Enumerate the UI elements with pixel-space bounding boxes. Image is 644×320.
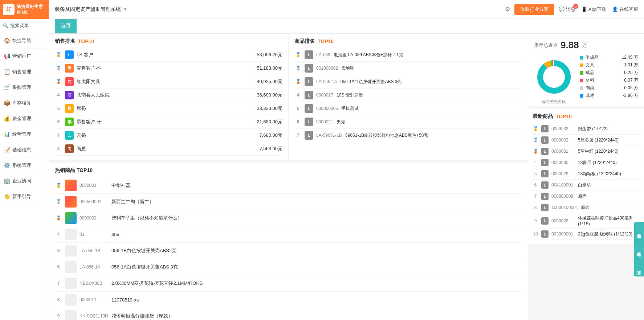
finance-icon: 💰 [4, 115, 10, 122]
inventory-card: 库存总资金 9.88 万 [528, 34, 644, 106]
new-product-item: 🥉 L 0000031 5厘中纤 (1220*2440) [533, 146, 640, 157]
trial-button[interactable]: 体验行业方案 [514, 4, 554, 15]
hot-product-item: 🥉 0000002 智利车子里（规格不知道填什么） [55, 210, 522, 226]
product-rank-item: 6 L 0000021 夹壳 [294, 115, 522, 129]
system-name-label: 装备及固定资产辅助管理系统 ▼ [55, 6, 501, 13]
product-thumbnail [65, 245, 77, 257]
product-thumbnail [65, 310, 77, 320]
home-icon: 🏠 [4, 37, 10, 44]
logo-icon: 好 [3, 4, 15, 15]
sidebar-item-guide[interactable]: 👋 新手引导 [0, 189, 49, 205]
float-customer-service[interactable]: 客服热线 [634, 222, 644, 240]
legend-item: 其他 -3.86 万 [580, 93, 638, 99]
product-thumbnail [65, 180, 77, 191]
sidebar-item-system[interactable]: ⚙️ 系统管理 [0, 158, 49, 173]
product-rank-item: 🥇 L LA-089 电池盖 LA-089 ABS本色+黑种 7.1克 [294, 48, 522, 62]
sales-ranking-title: 销售排名 TOP10 [55, 38, 282, 45]
hot-products-card: 热销商品 TOP10 🥇 0000001 中华神器 🥈 000500001 新西… [49, 163, 528, 320]
basic-icon: 📝 [4, 147, 10, 153]
legend-item: 材料 0.07 万 [580, 77, 638, 83]
app-download-button[interactable]: 📱 App下载 [581, 6, 606, 13]
app-name: 畅捷通好生意 [17, 4, 43, 10]
service-icon: 👤 [612, 7, 618, 12]
product-rank-item: 🥈 L 001000002 雪地靴 [294, 62, 522, 75]
float-live[interactable]: 直播 [634, 258, 644, 276]
new-product-item: 7 L 000800008 原壶 [533, 191, 640, 202]
donut-chart-section: 库存资金占比 半成品 12.45 万 文具 1.01 万 [534, 54, 638, 100]
new-product-item: 4 L 0000030 18多层 (1220*2440) [533, 157, 640, 168]
sidebar-item-basic[interactable]: 📝 基础信息 [0, 142, 49, 158]
message-button[interactable]: 💬 消息 6 [559, 6, 575, 13]
rank-item: 7 云 云扬 7,680.00元 [55, 129, 282, 142]
sidebar-item-operations[interactable]: 📊 经营管理 [0, 127, 49, 142]
new-product-item: 10 L 003800001 22g鱼豆腐-烧烤味 (1*12*20) [533, 229, 640, 240]
sidebar-item-purchase[interactable]: 🛒 采购管理 [0, 80, 49, 95]
inventory-legend: 半成品 12.45 万 文具 1.01 万 成品 0.25 万 [580, 54, 638, 100]
sidebar-item-inventory[interactable]: 📦 库存核算 [0, 95, 49, 111]
donut-chart: 库存资金占比 [534, 57, 574, 98]
main-area: 装备及固定资产辅助管理系统 ▼ ⚙ 体验行业方案 💬 消息 6 📱 App下载 … [49, 0, 644, 320]
settings-icon[interactable]: ⚙ [505, 6, 510, 13]
new-product-item: 5 L 0000029 18颗粒板 (1220*2440) [533, 168, 640, 180]
sales-ranking-card: 销售排名 TOP10 🥇 L LS 客户 53,006.26元 🥈 零 零售客户… [49, 34, 289, 160]
message-badge: 6 [573, 4, 578, 9]
new-product-item: 9 L 0000028 体械荔枝味苏打饮品400毫升 (1*15) [533, 213, 640, 229]
search-icon: 🔍 [3, 23, 9, 29]
legend-item: 肉类 -0.05 万 [580, 85, 638, 91]
hot-product-item: 6 LA-056-1A 056-1A白色按键开关盖ABS 3克 [55, 259, 522, 275]
operations-icon: 📊 [4, 131, 10, 138]
product-rank-item: 4 L 0000017 10S 变刹罗煲 [294, 89, 522, 102]
sidebar-item-finance[interactable]: 💰 资金管理 [0, 111, 49, 127]
sidebar-item-sales[interactable]: 📋 销售管理 [0, 64, 49, 80]
online-service-button[interactable]: 👤 在线客服 [612, 6, 638, 13]
guide-icon: 👋 [4, 193, 10, 200]
product-thumbnail [65, 196, 77, 208]
product-thumbnail [65, 294, 77, 305]
content-area: 销售排名 TOP10 🥇 L LS 客户 53,006.26元 🥈 零 零售客户… [49, 34, 644, 320]
new-products-card: 最新商品 TOP10 🥇 L 0000033 封边带 (1.0*22) 🥈 L … [528, 109, 644, 244]
svg-point-1 [540, 63, 568, 91]
hot-product-item: 8 0000011 12070519-xs [55, 292, 522, 308]
chevron-down-icon: ▼ [123, 7, 127, 12]
product-ranking-title: 商品排名 TOP10 [294, 38, 522, 45]
system-icon: ⚙️ [4, 162, 10, 169]
tab-home[interactable]: 首页 [55, 19, 77, 33]
search-menu[interactable]: 🔍 搜索菜单 [0, 19, 49, 33]
sidebar: 好 畅捷通好生意 标准版 🔍 搜索菜单 🏠 快捷导航 📢 营销推广 📋 销售管理… [0, 0, 49, 320]
app-version: 标准版 [17, 10, 43, 15]
product-ranking-card: 商品排名 TOP10 🥇 L LA-089 电池盖 LA-089 ABS本色+黑… [289, 34, 528, 160]
right-panel: 库存总资金 9.88 万 [528, 34, 644, 320]
rank-item: 8 尚 尚总 7,563.00元 [55, 142, 282, 156]
purchase-icon: 🛒 [4, 84, 10, 91]
sidebar-item-quick-nav[interactable]: 🏠 快捷导航 [0, 33, 49, 49]
legend-item: 文具 1.01 万 [580, 62, 638, 68]
hot-product-item: 🥇 0000001 中华神器 [55, 177, 522, 194]
topbar-right: 💬 消息 6 📱 App下载 👤 在线客服 [559, 6, 638, 13]
rank-item: 5 星 星扬 33,333.00元 [55, 102, 282, 115]
float-community[interactable]: 服务社区 [634, 240, 644, 258]
rank-item: 🥇 L LS 客户 53,006.26元 [55, 48, 282, 62]
sales-icon: 📋 [4, 69, 10, 75]
enterprise-icon: 🏢 [4, 178, 10, 184]
new-products-title: 最新商品 TOP10 [533, 113, 640, 120]
chart-label: 库存资金占比 [542, 99, 566, 104]
hot-product-item: 7 NB2.0X30B 2.0X30MM双搓花轴,搓花直径2.1MM/ROHS [55, 275, 522, 292]
hot-product-item: 🥈 000500001 新西兰牛肉（新牛） [55, 194, 522, 210]
inventory-icon: 📦 [4, 100, 10, 106]
middle-section: 销售排名 TOP10 🥇 L LS 客户 53,006.26元 🥈 零 零售客户… [49, 34, 528, 320]
sidebar-item-enterprise[interactable]: 🏢 企业协同 [0, 173, 49, 189]
marketing-icon: 📢 [4, 53, 10, 60]
rank-item: 🥉 红 红太阳文具 40,925.00元 [55, 75, 282, 89]
product-thumbnail [65, 229, 77, 240]
product-rank-item: 5 L 000800005 手机测试 [294, 102, 522, 115]
sidebar-item-marketing[interactable]: 📢 营销推广 [0, 49, 49, 64]
product-rank-item: 7 L LA-59651-1B 59651-1B旋转投影灯电池盒ABS黑色+58… [294, 129, 522, 142]
product-thumbnail [65, 278, 77, 289]
rank-item: 6 零 零售客户-于 21,680.00元 [55, 115, 282, 129]
sub-nav: 首页 [49, 19, 644, 34]
product-rank-item: 🥉 L LA-056-1A 056-1A白色按键开关盖ABS 3壳 [294, 75, 522, 89]
legend-item: 半成品 12.45 万 [580, 54, 638, 61]
message-icon: 💬 [559, 7, 564, 12]
sidebar-logo: 好 畅捷通好生意 标准版 [0, 0, 49, 19]
new-product-item: 🥈 L 0000032 5厘多层 (1220*2440) [533, 135, 640, 146]
